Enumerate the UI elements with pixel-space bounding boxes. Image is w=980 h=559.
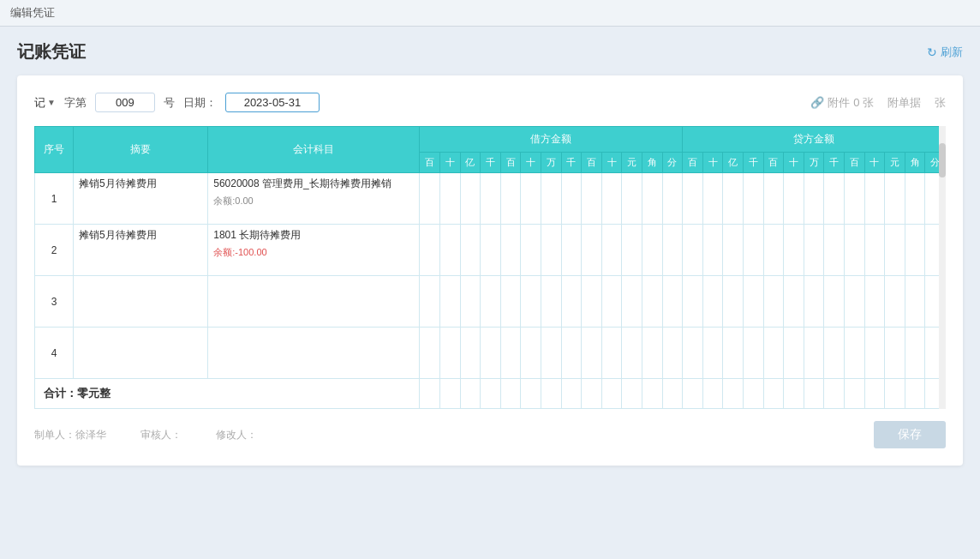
row-3-debit-8[interactable] xyxy=(582,328,602,379)
attach-link[interactable]: 🔗 附件 0 张 xyxy=(810,95,874,111)
row-1-debit-0[interactable] xyxy=(420,225,440,276)
row-0-credit-11[interactable] xyxy=(905,173,925,225)
row-3-debit-9[interactable] xyxy=(601,328,622,379)
row-2-credit-11[interactable] xyxy=(905,276,925,328)
row-3-debit-4[interactable] xyxy=(500,328,521,379)
row-1-credit-6[interactable] xyxy=(804,225,824,276)
row-2-credit-6[interactable] xyxy=(804,276,824,328)
row-2-debit-5[interactable] xyxy=(521,276,541,328)
row-1-debit-7[interactable] xyxy=(561,225,582,276)
row-2-debit-8[interactable] xyxy=(582,276,602,328)
date-input[interactable] xyxy=(225,93,320,112)
table-row[interactable]: 4 xyxy=(35,328,946,379)
row-0-debit-10[interactable] xyxy=(622,173,642,225)
row-0-debit-2[interactable] xyxy=(460,173,481,225)
save-button[interactable]: 保存 xyxy=(874,421,946,448)
row-0-debit-5[interactable] xyxy=(521,173,541,225)
row-2-credit-8[interactable] xyxy=(844,276,864,328)
row-0-debit-11[interactable] xyxy=(642,173,662,225)
row-3-credit-4[interactable] xyxy=(763,328,784,379)
row-0-debit-3[interactable] xyxy=(481,173,501,225)
row-1-credit-2[interactable] xyxy=(723,225,744,276)
row-1-debit-1[interactable] xyxy=(440,225,461,276)
row-0-debit-7[interactable] xyxy=(561,173,582,225)
row-1-debit-8[interactable] xyxy=(582,225,602,276)
row-0-credit-10[interactable] xyxy=(885,173,905,225)
row-3-credit-5[interactable] xyxy=(784,328,804,379)
row-0-debit-1[interactable] xyxy=(440,173,461,225)
row-2-debit-1[interactable] xyxy=(440,276,461,328)
row-2-debit-2[interactable] xyxy=(460,276,481,328)
row-3-debit-10[interactable] xyxy=(622,328,642,379)
row-3-credit-10[interactable] xyxy=(885,328,905,379)
row-3-credit-7[interactable] xyxy=(824,328,845,379)
table-row[interactable]: 2摊销5月待摊费用1801 长期待摊费用余额:-100.00 xyxy=(35,225,946,276)
row-3-credit-0[interactable] xyxy=(683,328,703,379)
row-2-credit-3[interactable] xyxy=(743,276,763,328)
row-2-credit-2[interactable] xyxy=(723,276,744,328)
ji-select[interactable]: 记 ▼ xyxy=(34,95,56,111)
row-3-debit-7[interactable] xyxy=(561,328,582,379)
row-3-credit-1[interactable] xyxy=(702,328,723,379)
row-summary-1[interactable]: 摊销5月待摊费用 xyxy=(73,225,207,276)
row-2-credit-0[interactable] xyxy=(683,276,703,328)
row-account-3[interactable] xyxy=(208,328,420,379)
row-2-debit-3[interactable] xyxy=(481,276,501,328)
row-3-credit-11[interactable] xyxy=(905,328,925,379)
row-3-credit-3[interactable] xyxy=(743,328,763,379)
row-1-debit-6[interactable] xyxy=(541,225,562,276)
row-2-credit-9[interactable] xyxy=(864,276,885,328)
row-2-debit-4[interactable] xyxy=(500,276,521,328)
row-2-credit-10[interactable] xyxy=(885,276,905,328)
row-2-debit-0[interactable] xyxy=(420,276,440,328)
row-0-credit-8[interactable] xyxy=(844,173,864,225)
row-1-credit-8[interactable] xyxy=(844,225,864,276)
row-2-credit-1[interactable] xyxy=(702,276,723,328)
row-1-debit-5[interactable] xyxy=(521,225,541,276)
row-2-debit-11[interactable] xyxy=(642,276,662,328)
refresh-button[interactable]: ↻ 刷新 xyxy=(927,45,963,60)
row-3-credit-2[interactable] xyxy=(723,328,744,379)
row-0-credit-9[interactable] xyxy=(864,173,885,225)
row-2-credit-5[interactable] xyxy=(784,276,804,328)
row-2-debit-12[interactable] xyxy=(662,276,683,328)
table-row[interactable]: 3 xyxy=(35,276,946,328)
table-row[interactable]: 1摊销5月待摊费用56020008 管理费用_长期待摊费用摊销余额:0.00 xyxy=(35,173,946,225)
row-2-debit-10[interactable] xyxy=(622,276,642,328)
row-0-debit-6[interactable] xyxy=(541,173,562,225)
row-1-debit-11[interactable] xyxy=(642,225,662,276)
row-1-debit-10[interactable] xyxy=(622,225,642,276)
row-0-credit-1[interactable] xyxy=(702,173,723,225)
row-1-debit-4[interactable] xyxy=(500,225,521,276)
row-summary-0[interactable]: 摊销5月待摊费用 xyxy=(73,173,207,225)
voucher-number-input[interactable] xyxy=(95,93,155,112)
row-2-credit-4[interactable] xyxy=(763,276,784,328)
row-1-credit-1[interactable] xyxy=(702,225,723,276)
row-1-credit-3[interactable] xyxy=(743,225,763,276)
row-1-credit-5[interactable] xyxy=(784,225,804,276)
row-0-credit-4[interactable] xyxy=(763,173,784,225)
row-1-credit-11[interactable] xyxy=(905,225,925,276)
row-0-debit-0[interactable] xyxy=(420,173,440,225)
row-account-2[interactable] xyxy=(208,276,420,328)
row-1-credit-4[interactable] xyxy=(763,225,784,276)
row-3-credit-6[interactable] xyxy=(804,328,824,379)
row-2-debit-9[interactable] xyxy=(601,276,622,328)
row-0-credit-0[interactable] xyxy=(683,173,703,225)
row-1-debit-3[interactable] xyxy=(481,225,501,276)
row-2-debit-7[interactable] xyxy=(561,276,582,328)
row-3-debit-6[interactable] xyxy=(541,328,562,379)
row-1-credit-9[interactable] xyxy=(864,225,885,276)
row-account-1[interactable]: 1801 长期待摊费用余额:-100.00 xyxy=(208,225,420,276)
row-3-debit-5[interactable] xyxy=(521,328,541,379)
scroll-thumb[interactable] xyxy=(939,143,946,177)
row-1-debit-9[interactable] xyxy=(601,225,622,276)
row-1-credit-7[interactable] xyxy=(824,225,845,276)
row-1-debit-2[interactable] xyxy=(460,225,481,276)
row-0-credit-3[interactable] xyxy=(743,173,763,225)
row-0-debit-12[interactable] xyxy=(662,173,683,225)
row-3-debit-3[interactable] xyxy=(481,328,501,379)
row-0-credit-7[interactable] xyxy=(824,173,845,225)
row-3-debit-0[interactable] xyxy=(420,328,440,379)
row-0-debit-9[interactable] xyxy=(601,173,622,225)
